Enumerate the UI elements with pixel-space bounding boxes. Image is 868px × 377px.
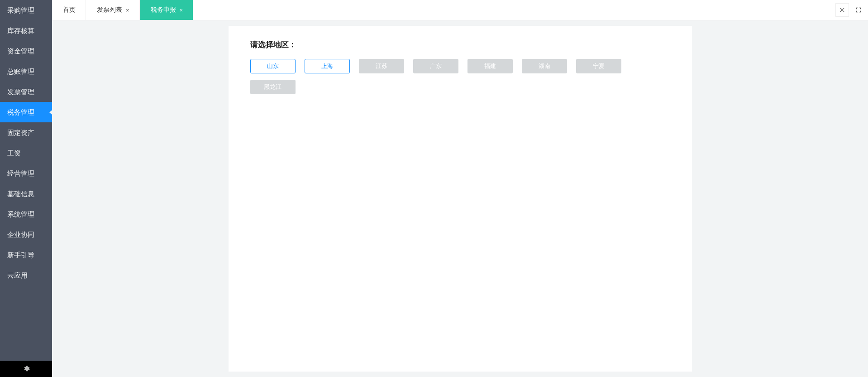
sidebar-settings-button[interactable]	[0, 361, 52, 377]
sidebar-item-5[interactable]: 税务管理	[0, 102, 52, 122]
panel-heading: 请选择地区：	[250, 39, 670, 50]
main-area: 首页发票列表×税务申报× 请选择地区： 山东上海江苏广东福建湖南宁夏黑龙江	[52, 0, 868, 377]
app-root: 采购管理库存核算资金管理总账管理发票管理税务管理固定资产工资经营管理基础信息系统…	[0, 0, 868, 377]
region-button-4: 福建	[467, 59, 513, 73]
region-button-1[interactable]: 上海	[305, 59, 350, 73]
region-button-5: 湖南	[522, 59, 567, 73]
sidebar-item-12[interactable]: 新手引导	[0, 245, 52, 265]
tabs-host: 首页发票列表×税务申报×	[52, 0, 193, 20]
sidebar-items: 采购管理库存核算资金管理总账管理发票管理税务管理固定资产工资经营管理基础信息系统…	[0, 0, 52, 361]
close-icon[interactable]: ×	[180, 7, 183, 13]
tab-2[interactable]: 税务申报×	[140, 0, 193, 20]
region-button-3: 广东	[413, 59, 458, 73]
region-button-0[interactable]: 山东	[250, 59, 296, 73]
tab-label: 发票列表	[97, 6, 122, 14]
region-button-7: 黑龙江	[250, 80, 296, 94]
region-button-2: 江苏	[359, 59, 404, 73]
region-grid: 山东上海江苏广东福建湖南宁夏黑龙江	[250, 59, 670, 94]
tabbar-actions	[835, 0, 868, 20]
sidebar-item-11[interactable]: 企业协同	[0, 224, 52, 245]
fullscreen-button[interactable]	[852, 3, 865, 17]
content-scroll[interactable]: 请选择地区： 山东上海江苏广东福建湖南宁夏黑龙江	[52, 20, 868, 377]
sidebar-item-9[interactable]: 基础信息	[0, 184, 52, 204]
sidebar-item-2[interactable]: 资金管理	[0, 41, 52, 61]
sidebar-item-6[interactable]: 固定资产	[0, 122, 52, 143]
close-icon	[839, 7, 845, 13]
region-panel: 请选择地区： 山东上海江苏广东福建湖南宁夏黑龙江	[229, 26, 692, 372]
sidebar-item-10[interactable]: 系统管理	[0, 204, 52, 224]
gear-icon	[23, 365, 30, 372]
fullscreen-icon	[855, 7, 862, 13]
sidebar-item-7[interactable]: 工资	[0, 143, 52, 163]
sidebar-item-8[interactable]: 经营管理	[0, 163, 52, 184]
tab-1[interactable]: 发票列表×	[86, 0, 140, 20]
close-icon[interactable]: ×	[126, 7, 129, 13]
tab-0[interactable]: 首页	[52, 0, 86, 20]
sidebar: 采购管理库存核算资金管理总账管理发票管理税务管理固定资产工资经营管理基础信息系统…	[0, 0, 52, 377]
sidebar-item-3[interactable]: 总账管理	[0, 61, 52, 82]
region-button-6: 宁夏	[576, 59, 621, 73]
tab-label: 首页	[63, 6, 76, 14]
close-all-tabs-button[interactable]	[835, 3, 849, 17]
sidebar-item-4[interactable]: 发票管理	[0, 82, 52, 102]
sidebar-item-0[interactable]: 采购管理	[0, 0, 52, 20]
tab-label: 税务申报	[151, 6, 176, 14]
sidebar-item-1[interactable]: 库存核算	[0, 20, 52, 41]
sidebar-item-13[interactable]: 云应用	[0, 265, 52, 285]
tab-bar: 首页发票列表×税务申报×	[52, 0, 868, 20]
